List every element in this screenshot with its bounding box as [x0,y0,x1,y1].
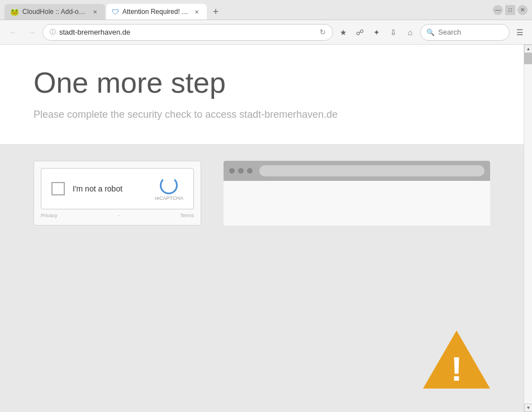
scrollbar-thumb[interactable] [524,53,532,64]
tab-bar: 🐸 CloudHole :: Add-ons for ... ✕ 🛡 Atten… [4,0,493,20]
page-bottom-gray: ! [0,300,524,412]
recaptcha-widget: I'm not a robot reCAPTCHA Privacy - Term… [34,161,201,226]
page-heading: One more step [34,67,490,99]
tab2-close-icon[interactable]: ✕ [192,7,201,16]
maximize-button[interactable]: □ [505,5,515,15]
browser-window: 🐸 CloudHole :: Add-ons for ... ✕ 🛡 Atten… [0,0,532,412]
browser-mockup [224,161,490,226]
recaptcha-logo: reCAPTCHA [155,176,183,201]
mockup-bar [224,161,490,181]
extension-icon: 🐸 [10,8,19,16]
recaptcha-brand: reCAPTCHA [155,195,183,201]
warning-container: ! [420,326,493,395]
scrollbar-up-button[interactable]: ▲ [524,45,532,53]
minimize-button[interactable]: — [493,5,503,15]
window-controls: — □ ✕ [493,5,528,15]
menu-button[interactable]: ☰ [512,25,528,40]
tab-cloudhole[interactable]: 🐸 CloudHole :: Add-ons for ... ✕ [4,4,105,20]
navbar: ← → ⓘ ↻ ★ ☍ ✦ ⇩ ⌂ 🔍 ☰ [0,20,532,45]
tab-attention[interactable]: 🛡 Attention Required! | Clou... ✕ [106,4,207,20]
title-bar: 🐸 CloudHole :: Add-ons for ... ✕ 🛡 Atten… [0,0,532,20]
mockup-content [224,181,490,226]
search-bar-container[interactable]: 🔍 [420,24,510,41]
address-bar-container[interactable]: ⓘ ↻ [42,24,333,41]
new-tab-button[interactable]: + [208,4,224,20]
nav-icons: ★ ☍ ✦ ⇩ ⌂ [335,25,418,40]
reload-icon[interactable]: ↻ [320,28,326,36]
page-area: One more step Please complete the securi… [0,45,532,412]
home-button[interactable]: ⌂ [402,25,418,40]
close-button[interactable]: ✕ [517,5,528,15]
mockup-dot-3 [247,168,253,174]
shield-icon: 🛡 [112,8,119,16]
pocket-button[interactable]: ✦ [369,25,384,40]
address-input[interactable] [59,28,316,36]
svg-text:!: ! [451,349,463,388]
recaptcha-inner: I'm not a robot reCAPTCHA [41,168,194,209]
warning-triangle-icon: ! [420,326,493,393]
lock-icon: ⓘ [50,28,56,36]
mockup-dot-2 [238,168,244,174]
recaptcha-checkbox[interactable] [51,182,65,195]
tab1-close-icon[interactable]: ✕ [91,7,99,16]
search-input[interactable] [438,28,494,36]
recaptcha-spinner [160,176,178,194]
footer-divider: - [118,213,120,218]
recaptcha-footer: Privacy - Terms [41,209,194,218]
download-button[interactable]: ⇩ [386,25,401,40]
mockup-dot-1 [229,168,235,174]
page-content: One more step Please complete the securi… [0,45,524,144]
recaptcha-privacy-link[interactable]: Privacy [41,213,58,218]
reader-mode-button[interactable]: ☍ [352,25,368,40]
bookmark-star-button[interactable]: ★ [335,25,351,40]
page-subtitle: Please complete the security check to ac… [34,108,490,122]
gray-section: I'm not a robot reCAPTCHA Privacy - Term… [0,144,524,300]
scrollbar-track-area [524,53,532,404]
scrollbar[interactable]: ▲ ▼ [524,45,532,412]
tab2-label: Attention Required! | Clou... [122,8,189,16]
search-icon: 🔍 [426,28,435,36]
tab1-label: CloudHole :: Add-ons for ... [22,8,87,16]
back-button[interactable]: ← [4,24,21,41]
scrollbar-down-button[interactable]: ▼ [524,404,532,412]
recaptcha-label: I'm not a robot [73,184,147,193]
recaptcha-terms-link[interactable]: Terms [180,213,194,218]
mockup-url-bar [259,165,484,176]
forward-button[interactable]: → [23,24,40,41]
